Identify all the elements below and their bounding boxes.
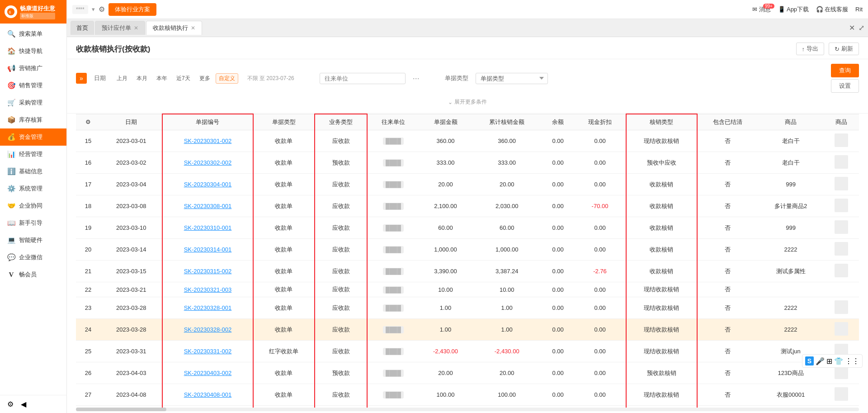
row-goods: 测试多属性 <box>758 261 824 282</box>
action-btns: 查询 设置 <box>831 64 859 93</box>
topbar-address: **** ▾ ⚙ 体验行业方案 <box>72 3 747 16</box>
row-verify-type: 收款核销 <box>626 174 697 195</box>
grid2-icon[interactable]: ⊞ <box>826 357 832 366</box>
table-row: 17 2023-03-04 SK-20230304-001 收款单 应收款 ██… <box>76 174 859 195</box>
sidebar-item-hardware[interactable]: 💻 智能硬件 <box>0 232 66 249</box>
sidebar-item-label: 营销推广 <box>19 64 42 72</box>
query-btn[interactable]: 查询 <box>831 64 859 77</box>
col-partner: 往来单位 <box>367 114 419 130</box>
row-discount: 0.00 <box>574 152 626 174</box>
dropdown-icon[interactable]: ▾ <box>92 6 95 13</box>
row-goods2 <box>823 130 859 152</box>
row-doc-no: SK-20230301-002 <box>162 130 253 152</box>
row-date: 2023-03-08 <box>100 195 162 217</box>
row-discount: 0.00 <box>574 217 626 239</box>
sidebar-item-member[interactable]: V 畅会员 <box>0 266 66 283</box>
row-amount: 60.00 <box>419 217 472 239</box>
filter-dots[interactable]: ··· <box>413 74 420 83</box>
date-7days[interactable]: 近7天 <box>173 74 194 83</box>
col-goods2: 商品 <box>823 114 859 130</box>
row-verify-type: 现结收款核销 <box>626 282 697 297</box>
app-download-btn[interactable]: 📱 App下载 <box>778 5 809 14</box>
sidebar-item-search[interactable]: 🔍 搜索菜单 <box>0 25 66 43</box>
gear-icon[interactable]: ⚙ <box>99 5 105 14</box>
sidebar-item-finance[interactable]: 💰 资金管理 <box>0 128 66 146</box>
tab-collect[interactable]: 收款核销执行 ✕ <box>146 21 202 35</box>
table-row: 24 2023-03-28 SK-20230328-002 收款单 应收款 ██… <box>76 319 859 341</box>
sidebar-item-inventory[interactable]: 📦 库存核算 <box>0 111 66 128</box>
table-row: 16 2023-03-02 SK-20230302-002 收款单 预收款 ██… <box>76 152 859 174</box>
partner-input[interactable] <box>320 73 406 84</box>
row-doc-type: 收款单 <box>253 319 315 341</box>
row-balance: 0.00 <box>542 217 574 239</box>
scrollbar-thumb[interactable] <box>76 408 166 411</box>
shirt-icon[interactable]: 👕 <box>834 357 843 366</box>
sidebar-item-corp[interactable]: 🤝 企业协同 <box>0 197 66 214</box>
sidebar-item-sales[interactable]: 🎯 销售管理 <box>0 77 66 94</box>
date-this-month[interactable]: 本月 <box>133 74 151 83</box>
row-goods: 2222 <box>758 319 824 341</box>
sidebar-item-operation[interactable]: 📊 经营管理 <box>0 146 66 163</box>
row-no: 20 <box>76 239 100 261</box>
tab-prepay-close[interactable]: ✕ <box>134 25 138 31</box>
topbar-right: ✉ 消息 99+ 📱 App下载 🎧 在线客服 Rit <box>752 5 863 14</box>
member-icon: V <box>7 271 15 279</box>
expand-btn[interactable]: ⌄ 展开更多条件 <box>448 98 487 106</box>
sidebar-item-system[interactable]: ⚙️ 系统管理 <box>0 180 66 197</box>
collapse-icon[interactable]: ◀ <box>21 400 26 408</box>
row-no: 18 <box>76 195 100 217</box>
tab-prepay[interactable]: 预计应付单 ✕ <box>95 21 145 35</box>
row-date: 2023-03-15 <box>100 261 162 282</box>
tab-close-all-icon[interactable]: ✕ <box>849 24 855 32</box>
row-verify-type: 收款核销 <box>626 195 697 217</box>
sidebar-item-marketing[interactable]: 📢 营销推广 <box>0 60 66 77</box>
apps-icon[interactable]: ⋮⋮ <box>845 357 859 366</box>
row-accum: 60.00 <box>472 217 542 239</box>
sidebar-item-wechat[interactable]: 💬 企业微信 <box>0 249 66 266</box>
row-date: 2023-03-31 <box>100 341 162 362</box>
message-btn[interactable]: ✉ 消息 99+ <box>752 5 771 14</box>
row-goods2 <box>823 319 859 341</box>
row-balance: 0.00 <box>542 319 574 341</box>
col-doc-no: 单据编号 <box>162 114 253 130</box>
solution-btn[interactable]: 体验行业方案 <box>108 3 156 16</box>
filter-toggle-btn[interactable]: » <box>76 73 87 84</box>
settings-icon[interactable]: ⚙ <box>7 400 14 408</box>
online-service-btn[interactable]: 🎧 在线客服 <box>816 5 848 14</box>
sidebar-item-guide[interactable]: 📖 新手引导 <box>0 214 66 232</box>
doc-type-select[interactable]: 单据类型 收款单 红字收款单 <box>476 73 548 84</box>
date-range-wrap: 不限 至 2023-07-26 <box>247 75 294 82</box>
user-info[interactable]: Rit <box>855 6 863 13</box>
col-settings[interactable]: ⚙ <box>76 114 100 130</box>
row-doc-no: SK-20230331-002 <box>162 341 253 362</box>
col-discount: 现金折扣 <box>574 114 626 130</box>
row-no: 21 <box>76 261 100 282</box>
sidebar-item-basic[interactable]: ℹ️ 基础信息 <box>0 163 66 180</box>
date-more[interactable]: 更多 <box>196 74 214 83</box>
tab-collect-close[interactable]: ✕ <box>191 25 195 31</box>
row-partner: ████ <box>367 174 419 195</box>
row-partner: ████ <box>367 319 419 341</box>
refresh-btn[interactable]: ↻ 刷新 <box>829 43 859 55</box>
sidebar-item-purchase[interactable]: 🛒 采购管理 <box>0 94 66 111</box>
date-this-year[interactable]: 本年 <box>153 74 171 83</box>
table-horizontal-scrollbar[interactable] <box>76 408 859 411</box>
export-btn[interactable]: ↑ 导出 <box>796 43 825 55</box>
date-last-month[interactable]: 上月 <box>113 74 131 83</box>
s-logo[interactable]: S <box>805 356 814 366</box>
row-accum: 333.00 <box>472 152 542 174</box>
main-area: **** ▾ ⚙ 体验行业方案 ✉ 消息 99+ 📱 App下载 🎧 在线客服 … <box>67 0 868 413</box>
sidebar-item-quick[interactable]: 🏠 快捷导航 <box>0 43 66 60</box>
row-goods: 2222 <box>758 297 824 319</box>
row-accum: -2,430.00 <box>472 341 542 362</box>
mic-icon[interactable]: 🎤 <box>816 357 825 366</box>
settings-btn[interactable]: 设置 <box>831 79 859 93</box>
tab-maximize-icon[interactable]: ⤢ <box>859 24 864 32</box>
tab-home[interactable]: 首页 <box>71 21 94 35</box>
inventory-icon: 📦 <box>7 116 15 124</box>
row-discount: -70.00 <box>574 195 626 217</box>
row-no: 26 <box>76 362 100 384</box>
table-row: 18 2023-03-08 SK-20230308-001 收款单 应收款 ██… <box>76 195 859 217</box>
date-custom[interactable]: 自定义 <box>216 73 238 84</box>
col-included: 包含已结清 <box>697 114 758 130</box>
